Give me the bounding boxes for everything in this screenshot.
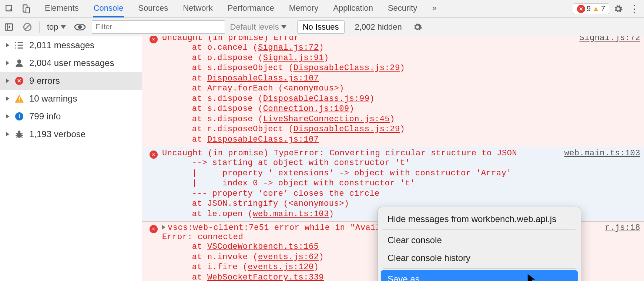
issues-button[interactable]: No Issues <box>297 20 345 34</box>
error-count: 9 <box>587 4 591 13</box>
menu-separator <box>383 268 576 269</box>
console-settings-icon[interactable] <box>411 20 424 34</box>
sidebar-item-label: 799 info <box>29 111 61 122</box>
info-icon: i <box>14 112 24 121</box>
hidden-count[interactable]: 2,002 hidden <box>355 22 402 32</box>
warn-icon <box>14 94 24 103</box>
disclosure-icon <box>6 43 9 47</box>
sidebar-item-label: 2,004 user messages <box>29 58 114 68</box>
stack-trace: at o.cancel (Signal.js:72) at o.dispose … <box>172 43 640 145</box>
sidebar-item-errors[interactable]: ✕9 errors <box>0 72 142 90</box>
tab-console[interactable]: Console <box>93 0 124 17</box>
separator <box>292 22 292 33</box>
levels-label: Default levels <box>230 22 279 32</box>
warning-icon: ▲ <box>592 4 600 13</box>
sidebar-item-messages[interactable]: 2,011 messages <box>0 36 142 54</box>
log-levels-selector[interactable]: Default levels <box>230 22 286 32</box>
context-menu: Hide messages from workbench.web.api.jsC… <box>378 207 581 281</box>
svg-rect-16 <box>19 97 20 100</box>
disclosure-icon <box>6 114 9 119</box>
console-messages: ✕Uncaught (in promise) ErrorSignal.js:72… <box>142 36 644 281</box>
inspect-icon[interactable] <box>2 1 17 16</box>
settings-icon[interactable] <box>611 1 625 16</box>
sidebar-item-info[interactable]: i799 info <box>0 108 142 125</box>
devtools-tabs: Elements Console Sources Network Perform… <box>44 0 437 17</box>
disclosure-icon <box>6 96 9 101</box>
disclosure-icon <box>6 132 9 136</box>
disclosure-icon <box>6 79 9 83</box>
menu-item[interactable]: Save as... <box>381 270 578 281</box>
warning-count: 7 <box>601 4 605 13</box>
console-message: ✕Uncaught (in promise) ErrorSignal.js:72… <box>142 36 644 147</box>
sidebar-item-label: 1,193 verbose <box>29 129 85 139</box>
svg-rect-2 <box>26 7 30 13</box>
chevron-down-icon <box>61 25 66 29</box>
error-icon: ✕ <box>150 36 158 42</box>
bug-icon <box>14 129 24 139</box>
sidebar-item-user[interactable]: 2,004 user messages <box>0 54 142 72</box>
message-header: Uncaught (in promise) Error <box>162 36 299 43</box>
error-icon: ✕ <box>150 224 158 232</box>
tab-performance[interactable]: Performance <box>227 0 275 17</box>
context-selector[interactable]: top <box>45 22 68 32</box>
sidebar-item-label: 2,011 messages <box>29 40 94 50</box>
tab-security[interactable]: Security <box>387 0 418 17</box>
user-icon <box>14 58 24 68</box>
svg-line-6 <box>25 24 30 29</box>
sidebar-item-label: 10 warnings <box>29 93 77 104</box>
svg-rect-17 <box>19 100 20 101</box>
svg-point-15 <box>17 59 21 63</box>
context-label: top <box>47 22 58 32</box>
svg-line-24 <box>16 137 17 138</box>
error-warning-badges[interactable]: ✕ 9 ▲ 7 <box>573 3 609 14</box>
message-source-link[interactable]: web.main.ts:103 <box>564 149 640 158</box>
tab-application[interactable]: Application <box>332 0 374 17</box>
tab-sources[interactable]: Sources <box>137 0 169 17</box>
disclosure-icon[interactable] <box>162 225 165 229</box>
tab-network[interactable]: Network <box>182 0 214 17</box>
chevron-down-icon <box>281 25 286 29</box>
error-icon: ✕ <box>150 149 158 158</box>
devtools-tabbar: Elements Console Sources Network Perform… <box>0 0 644 18</box>
tab-elements[interactable]: Elements <box>44 0 80 17</box>
message-source-link[interactable]: Signal.js:72 <box>580 36 640 43</box>
err-icon: ✕ <box>14 76 24 86</box>
disclosure-icon <box>6 61 9 65</box>
live-expression-icon[interactable] <box>73 20 87 34</box>
tab-more[interactable]: » <box>431 0 437 17</box>
kebab-menu-icon[interactable]: ⋮ <box>627 1 642 16</box>
separator <box>39 22 40 33</box>
separator <box>35 3 35 14</box>
message-header: Uncaught (in promise) TypeError: Convert… <box>162 149 517 158</box>
list-icon <box>14 40 24 50</box>
sidebar-item-label: 9 errors <box>29 76 60 86</box>
svg-point-19 <box>18 130 21 133</box>
sidebar-toggle-icon[interactable] <box>2 20 16 34</box>
message-header: vscs:web-client:7e51 error while in "Ava… <box>162 223 381 232</box>
error-icon: ✕ <box>577 5 585 13</box>
sidebar-item-warnings[interactable]: 10 warnings <box>0 90 142 108</box>
console-sidebar: 2,011 messages2,004 user messages✕9 erro… <box>0 36 142 281</box>
menu-separator <box>383 229 576 230</box>
tab-memory[interactable]: Memory <box>288 0 319 17</box>
menu-item[interactable]: Clear console <box>381 231 578 249</box>
svg-point-8 <box>78 25 82 29</box>
sidebar-item-verbose[interactable]: 1,193 verbose <box>0 125 142 143</box>
clear-console-icon[interactable] <box>21 20 34 34</box>
menu-item[interactable]: Hide messages from workbench.web.api.js <box>381 210 578 228</box>
console-toolbar: top Default levels No Issues 2,002 hidde… <box>0 18 644 36</box>
filter-input[interactable] <box>92 20 225 34</box>
console-body: 2,011 messages2,004 user messages✕9 erro… <box>0 36 644 281</box>
device-toggle-icon[interactable] <box>19 1 33 16</box>
message-source-link[interactable]: r.js:18 <box>605 223 640 232</box>
svg-line-25 <box>21 137 22 138</box>
menu-item[interactable]: Clear console history <box>381 249 578 267</box>
